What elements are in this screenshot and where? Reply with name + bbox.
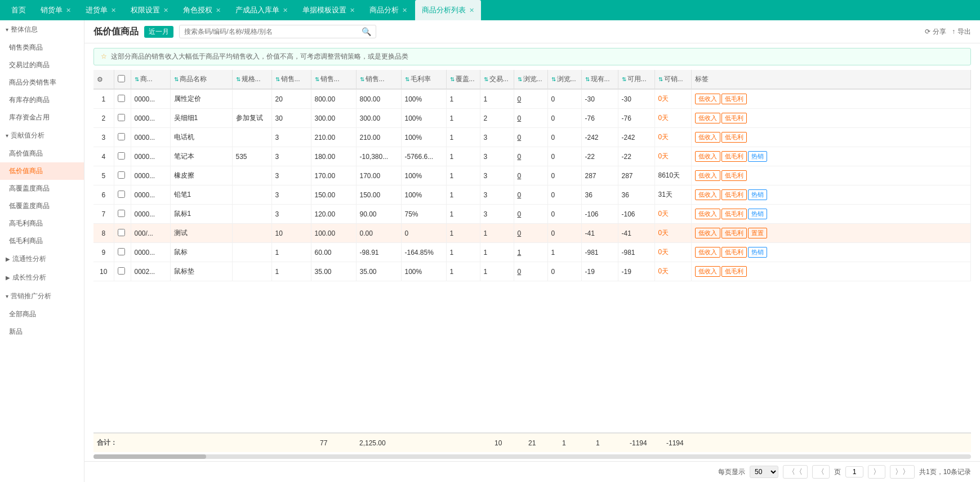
cell-sellable: 0天 xyxy=(654,128,691,147)
cell-coverage: 1 xyxy=(446,109,480,128)
share-button[interactable]: ⟳ 分享 xyxy=(925,27,946,37)
col-browse2-header[interactable]: ⇅浏览... xyxy=(547,70,581,89)
close-icon[interactable]: ✕ xyxy=(163,7,168,14)
cell-checkbox[interactable] xyxy=(114,243,131,262)
col-spec-header[interactable]: ⇅规格... xyxy=(232,70,271,89)
nav-home[interactable]: 首页 xyxy=(5,0,33,20)
col-name-header[interactable]: ⇅商品名称 xyxy=(170,70,232,89)
cell-sales-qty: 1 xyxy=(271,262,311,281)
col-sales-amt-header[interactable]: ⇅销售... xyxy=(311,70,356,89)
col-browse1-header[interactable]: ⇅浏览... xyxy=(514,70,547,89)
col-gross-rate-header[interactable]: ⇅毛利率 xyxy=(401,70,446,89)
row-checkbox[interactable] xyxy=(118,191,125,198)
sidebar-section-marketing[interactable]: ▾ 营销推广分析 xyxy=(0,287,84,306)
cell-checkbox[interactable] xyxy=(114,262,131,281)
cell-sales-amt2: 35.00 xyxy=(356,262,401,281)
cell-checkbox[interactable] xyxy=(114,205,131,224)
cell-checkbox[interactable] xyxy=(114,109,131,128)
page-number-input[interactable] xyxy=(845,466,863,477)
row-checkbox[interactable] xyxy=(118,229,125,236)
sidebar-item-high-coverage[interactable]: 高覆盖度商品 xyxy=(0,180,84,197)
col-code-header[interactable]: ⇅商... xyxy=(131,70,170,89)
cell-checkbox[interactable] xyxy=(114,128,131,147)
close-icon[interactable]: ✕ xyxy=(469,7,474,14)
first-page-button[interactable]: 〈〈 xyxy=(783,465,808,479)
row-checkbox[interactable] xyxy=(118,210,125,217)
search-input[interactable] xyxy=(184,28,359,36)
col-checkbox[interactable] xyxy=(114,70,131,89)
row-checkbox[interactable] xyxy=(118,95,125,102)
cell-sellable: 0天 xyxy=(654,89,691,109)
search-icon[interactable]: 🔍 xyxy=(362,27,371,36)
page-size-select[interactable]: 50 100 200 xyxy=(750,466,778,478)
close-icon[interactable]: ✕ xyxy=(216,7,221,14)
row-checkbox[interactable] xyxy=(118,114,125,121)
col-trade-header[interactable]: ⇅交易... xyxy=(480,70,514,89)
cell-checkbox[interactable] xyxy=(114,166,131,185)
close-icon[interactable]: ✕ xyxy=(283,7,288,14)
horizontal-scrollbar[interactable] xyxy=(93,454,971,459)
cell-checkbox[interactable] xyxy=(114,89,131,109)
sidebar-item-low-value[interactable]: 低价值商品 xyxy=(0,162,84,180)
cell-checkbox[interactable] xyxy=(114,147,131,166)
nav-product-in[interactable]: 产成品入库单 ✕ xyxy=(229,0,295,20)
col-sales-qty-header[interactable]: ⇅销售... xyxy=(271,70,311,89)
sidebar-item-sales-products[interactable]: 销售类商品 xyxy=(0,39,84,56)
row-checkbox[interactable] xyxy=(118,133,125,140)
close-icon[interactable]: ✕ xyxy=(402,7,407,14)
scrollbar-thumb[interactable] xyxy=(93,454,206,459)
row-checkbox[interactable] xyxy=(118,248,125,255)
col-sellable-header[interactable]: ⇅可销... xyxy=(654,70,691,89)
sidebar-item-stocked[interactable]: 有库存的商品 xyxy=(0,91,84,109)
cell-checkbox[interactable] xyxy=(114,224,131,243)
sidebar-section-growth[interactable]: ▶ 成长性分析 xyxy=(0,268,84,287)
header-actions: ⟳ 分享 ↑ 导出 xyxy=(925,27,971,37)
nav-role[interactable]: 角色授权 ✕ xyxy=(176,0,228,20)
cell-sellable: 0天 xyxy=(654,109,691,128)
cell-checkbox[interactable] xyxy=(114,185,131,205)
sidebar-item-capital[interactable]: 库存资金占用 xyxy=(0,109,84,126)
cell-coverage: 1 xyxy=(446,128,480,147)
time-badge[interactable]: 近一月 xyxy=(144,26,173,38)
last-page-button[interactable]: 〉〉 xyxy=(890,465,915,479)
sidebar-item-high-margin[interactable]: 高毛利商品 xyxy=(0,215,84,232)
nav-purchase-order[interactable]: 进货单 ✕ xyxy=(79,0,123,20)
cell-sales-amt2: -10,380... xyxy=(356,147,401,166)
close-icon[interactable]: ✕ xyxy=(111,7,116,14)
sidebar-item-high-value[interactable]: 高价值商品 xyxy=(0,145,84,162)
col-coverage-header[interactable]: ⇅覆盖... xyxy=(446,70,480,89)
row-checkbox[interactable] xyxy=(118,171,125,179)
prev-page-button[interactable]: 〈 xyxy=(812,465,830,479)
nav-product-analysis[interactable]: 商品分析 ✕ xyxy=(363,0,414,20)
sidebar-section-circulation[interactable]: ▶ 流通性分析 xyxy=(0,250,84,268)
col-sales-amt2-header[interactable]: ⇅销售... xyxy=(356,70,401,89)
cell-sales-amt: 100.00 xyxy=(311,224,356,243)
sidebar-item-new-products[interactable]: 新品 xyxy=(0,323,84,341)
col-settings[interactable]: ⚙ xyxy=(93,70,114,89)
select-all-checkbox[interactable] xyxy=(118,75,125,82)
sidebar-item-low-margin[interactable]: 低毛利商品 xyxy=(0,232,84,250)
nav-template[interactable]: 单据模板设置 ✕ xyxy=(296,0,362,20)
row-checkbox[interactable] xyxy=(118,267,125,275)
sidebar-section-contribution[interactable]: ▾ 贡献值分析 xyxy=(0,126,84,145)
sidebar-item-low-coverage[interactable]: 低覆盖度商品 xyxy=(0,197,84,215)
sidebar-item-category-rate[interactable]: 商品分类销售率 xyxy=(0,74,84,91)
next-page-button[interactable]: 〉 xyxy=(868,465,885,479)
close-icon[interactable]: ✕ xyxy=(350,7,355,14)
export-button[interactable]: ↑ 导出 xyxy=(952,27,971,37)
close-icon[interactable]: ✕ xyxy=(66,7,71,14)
col-stock-header[interactable]: ⇅现有... xyxy=(581,70,618,89)
sidebar-section-overview[interactable]: ▾ 整体信息 xyxy=(0,20,84,39)
row-checkbox[interactable] xyxy=(118,152,125,160)
cell-stock: -19 xyxy=(581,262,618,281)
col-avail-header[interactable]: ⇅可用... xyxy=(618,70,654,89)
nav-permission[interactable]: 权限设置 ✕ xyxy=(124,0,175,20)
nav-sales-order[interactable]: 销货单 ✕ xyxy=(34,0,78,20)
sidebar-item-traded[interactable]: 交易过的商品 xyxy=(0,56,84,74)
sidebar-item-all-products[interactable]: 全部商品 xyxy=(0,306,84,323)
nav-product-analysis-list[interactable]: 商品分析列表 ✕ xyxy=(415,0,481,20)
cell-sales-qty: 1 xyxy=(271,243,311,262)
chevron-right-icon: ▶ xyxy=(6,256,10,262)
cell-browse2: 1 xyxy=(547,243,581,262)
cell-name: 笔记本 xyxy=(170,147,232,166)
